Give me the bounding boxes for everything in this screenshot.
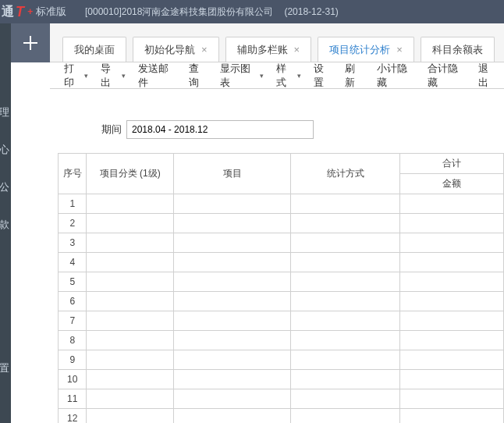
row-number: 12	[59, 409, 87, 424]
close-icon[interactable]: ×	[396, 44, 403, 55]
table-row[interactable]: 2	[59, 214, 504, 233]
table-row[interactable]: 10	[59, 370, 504, 389]
row-number: 1	[59, 194, 87, 214]
tab-label: 我的桌面	[74, 43, 115, 57]
row-number: 7	[59, 311, 87, 331]
close-icon[interactable]: ×	[201, 44, 208, 55]
chevron-down-icon: ▾	[297, 72, 301, 80]
style-button[interactable]: 样式▾	[270, 62, 307, 88]
row-number: 8	[59, 331, 87, 350]
period-input[interactable]	[126, 120, 314, 139]
tab-label: 辅助多栏账	[237, 43, 288, 57]
table-row[interactable]: 9	[59, 350, 504, 370]
row-number: 2	[59, 214, 87, 233]
tab-account-balance[interactable]: 科目余额表	[421, 37, 495, 62]
row-number: 5	[59, 272, 87, 292]
query-button[interactable]: 查询	[183, 62, 215, 88]
row-number: 3	[59, 233, 87, 253]
settings-button[interactable]: 设置	[307, 62, 339, 88]
toolbar: 打印▾ 导出▾ 发送邮件 查询 显示图表▾ 样式▾ 设置 刷新 小计隐藏 合计隐…	[50, 62, 504, 89]
sidebar-item-4[interactable]: 款	[0, 206, 11, 243]
chevron-down-icon: ▾	[122, 72, 126, 80]
th-total: 合计	[399, 154, 503, 174]
export-button[interactable]: 导出▾	[94, 62, 131, 88]
date-info: (2018-12-31)	[284, 6, 338, 17]
sidebar-item-1[interactable]: 理	[0, 94, 11, 131]
logo-sup: +	[26, 6, 34, 17]
data-table: 序号 项目分类 (1级) 项目 统计方式 合计 金额 1234567891011…	[58, 153, 504, 423]
row-number: 4	[59, 253, 87, 272]
row-number: 9	[59, 350, 87, 370]
company-info: [000010]2018河南金途科技集团股份有限公司	[85, 5, 273, 19]
tab-desktop[interactable]: 我的桌面	[62, 37, 126, 62]
refresh-button[interactable]: 刷新	[339, 62, 371, 88]
table-row[interactable]: 5	[59, 272, 504, 292]
tab-init-nav[interactable]: 初始化导航 ×	[133, 37, 219, 62]
total-hide-button[interactable]: 合计隐藏	[421, 62, 472, 88]
th-amount: 金额	[399, 174, 503, 194]
th-seq: 序号	[59, 154, 87, 194]
row-number: 6	[59, 292, 87, 311]
add-button[interactable]	[11, 23, 50, 62]
print-button[interactable]: 打印▾	[58, 62, 94, 88]
tab-project-stats[interactable]: 项目统计分析 ×	[318, 37, 414, 62]
sidebar-item-2[interactable]: 心	[0, 131, 11, 169]
sidebar-item-0[interactable]	[0, 23, 11, 62]
content: 期间 序号 项目分类 (1级) 项目 统计方式 合计 金额 1234567891…	[50, 89, 504, 423]
period-row: 期间	[101, 120, 504, 139]
th-project: 项目	[174, 154, 291, 194]
tab-bar: 我的桌面 初始化导航 × 辅助多栏账 × 项目统计分析 × 科目余额表	[50, 23, 504, 62]
plus-icon	[21, 34, 40, 52]
tab-label: 项目统计分析	[329, 43, 390, 57]
th-category: 项目分类 (1级)	[87, 154, 174, 194]
table-row[interactable]: 3	[59, 233, 504, 253]
edition-label: 标准版	[36, 5, 66, 19]
tab-aux-ledger[interactable]: 辅助多栏账 ×	[225, 37, 312, 62]
table-row[interactable]: 6	[59, 292, 504, 311]
tab-label: 初始化导航	[144, 43, 195, 57]
row-number: 11	[59, 389, 87, 409]
row-number: 10	[59, 370, 87, 389]
tab-label: 科目余额表	[432, 43, 483, 57]
table-row[interactable]: 8	[59, 331, 504, 350]
topbar: 通 T + 标准版 [000010]2018河南金途科技集团股份有限公司 (20…	[0, 0, 504, 23]
th-stat-method: 统计方式	[291, 154, 400, 194]
logo: T	[14, 4, 26, 20]
sidebar: 理 心 公 款 置	[0, 23, 11, 423]
chevron-down-icon: ▾	[260, 72, 264, 80]
period-label: 期间	[101, 123, 122, 137]
main-area: 我的桌面 初始化导航 × 辅助多栏账 × 项目统计分析 × 科目余额表 打印▾ …	[50, 23, 504, 423]
chevron-down-icon: ▾	[84, 72, 88, 80]
close-icon[interactable]: ×	[294, 44, 300, 55]
sidebar-item-6[interactable]	[0, 281, 11, 318]
table-row[interactable]: 11	[59, 389, 504, 409]
sidebar-item-5[interactable]	[0, 243, 11, 281]
table-row[interactable]: 12	[59, 409, 504, 424]
table-row[interactable]: 4	[59, 253, 504, 272]
table-row[interactable]: 1	[59, 194, 504, 214]
exit-button[interactable]: 退出	[472, 62, 504, 88]
subtotal-hide-button[interactable]: 小计隐藏	[371, 62, 421, 88]
chart-button[interactable]: 显示图表▾	[214, 62, 270, 88]
sidebar-item-3[interactable]: 公	[0, 169, 11, 206]
sendmail-button[interactable]: 发送邮件	[132, 62, 183, 88]
table-row[interactable]: 7	[59, 311, 504, 331]
sidebar-item-7[interactable]: 置	[0, 350, 11, 387]
